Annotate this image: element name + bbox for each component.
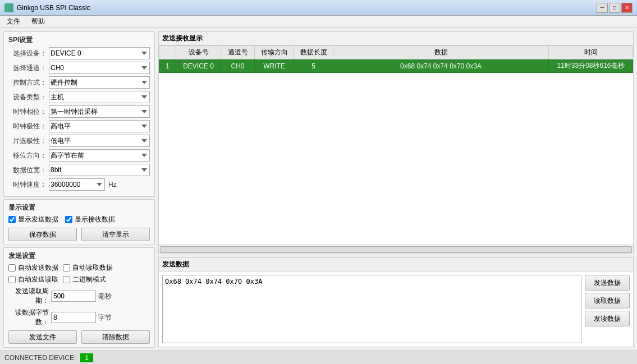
clear-display-button[interactable]: 清空显示 [81, 228, 150, 241]
auto-send-read-checkbox[interactable]: 自动发送读取 [8, 275, 58, 284]
scrollbar-track[interactable] [160, 246, 632, 253]
auto-send-label: 自动发送数据 [18, 263, 58, 273]
clock-phase-select[interactable]: 第一时钟沿采样 [49, 105, 150, 118]
cs-polarity-select[interactable]: 低电平 [49, 135, 150, 147]
binary-mode-input[interactable] [63, 276, 70, 283]
titlebar: Ginkgo USB SPI Classic ─ □ ✕ [0, 0, 637, 16]
clock-speed-select[interactable]: 36000000 [49, 178, 105, 191]
col-header-direction: 传输方向 [255, 46, 294, 59]
hz-label: Hz [108, 181, 117, 188]
table-cell: CH0 [221, 59, 255, 73]
display-checkbox-row: 显示发送数据 显示接收数据 [8, 215, 150, 224]
save-data-button[interactable]: 保存数据 [8, 228, 77, 241]
send-file-button[interactable]: 发送文件 [8, 330, 77, 344]
device-row: 选择设备： DEVICE 0 [8, 47, 150, 59]
send-data-content: 0x68 0x74 0x74 0x70 0x3A 发送数据 读取数据 发读数据 [159, 271, 633, 347]
send-data-textarea[interactable]: 0x68 0x74 0x74 0x70 0x3A [162, 275, 581, 343]
clock-polarity-label: 时钟极性： [8, 122, 47, 131]
period-row: 发送读取周期： 毫秒 [8, 287, 150, 306]
byte-count-input[interactable] [51, 312, 96, 323]
connected-value: 1 [80, 353, 93, 362]
auto-send-read-input[interactable] [8, 276, 16, 283]
display-settings-group: 显示设置 显示发送数据 显示接收数据 保存数据 清空显示 [3, 199, 155, 245]
auto-check-row2: 自动发送读取 二进制模式 [8, 275, 150, 284]
col-header-channel: 通道号 [221, 46, 255, 59]
display-button-row: 保存数据 清空显示 [8, 228, 150, 241]
auto-send-input[interactable] [8, 264, 16, 271]
shift-dir-select[interactable]: 高字节在前 [49, 149, 150, 162]
device-type-label: 设备类型： [8, 93, 47, 102]
send-settings-group: 发送设置 自动发送数据 自动读取数据 自动发送读取 二进制模式 [3, 247, 155, 348]
table-cell: 1 [159, 59, 176, 73]
data-width-select[interactable]: 8bit [49, 164, 150, 176]
clock-speed-label: 时钟速度： [8, 180, 47, 190]
auto-read-input[interactable] [63, 264, 70, 271]
auto-send-checkbox[interactable]: 自动发送数据 [8, 263, 58, 273]
col-header-data: 数据 [333, 46, 549, 59]
receive-table-container[interactable]: 设备号 通道号 传输方向 数据长度 数据 时间 1DEVICE 0CH0WRIT… [159, 45, 633, 245]
channel-label: 选择通道： [8, 63, 47, 73]
auto-send-read-label: 自动发送读取 [18, 275, 58, 284]
table-cell: DEVICE 0 [176, 59, 221, 73]
receive-table: 设备号 通道号 传输方向 数据长度 数据 时间 1DEVICE 0CH0WRIT… [159, 45, 633, 73]
binary-mode-checkbox[interactable]: 二进制模式 [63, 275, 106, 284]
window-controls: ─ □ ✕ [597, 3, 633, 13]
show-send-input[interactable] [8, 216, 16, 223]
control-row: 控制方式： 硬件控制 [8, 76, 150, 89]
clock-phase-label: 时钟相位： [8, 107, 47, 117]
table-cell: 5 [294, 59, 333, 73]
control-select[interactable]: 硬件控制 [49, 76, 150, 89]
clock-phase-row: 时钟相位： 第一时钟沿采样 [8, 105, 150, 118]
send-file-button-row: 发送文件 清除数据 [8, 330, 150, 344]
col-header-index [159, 46, 176, 59]
clear-data-button[interactable]: 清除数据 [81, 330, 150, 344]
clock-polarity-select[interactable]: 高电平 [49, 120, 150, 132]
col-header-device: 设备号 [176, 46, 221, 59]
receive-display-header: 发送接收显示 [159, 32, 633, 45]
show-send-checkbox[interactable]: 显示发送数据 [8, 215, 58, 224]
display-settings-title: 显示设置 [8, 203, 150, 213]
spi-settings-group: SPI设置 选择设备： DEVICE 0 选择通道： CH0 控制方式： 硬件控… [3, 31, 155, 197]
close-button[interactable]: ✕ [621, 3, 633, 13]
send-data-box: 发送数据 0x68 0x74 0x74 0x70 0x3A 发送数据 读取数据 … [158, 257, 634, 347]
menu-file[interactable]: 文件 [2, 16, 25, 27]
spi-settings-title: SPI设置 [8, 35, 150, 45]
maximize-button[interactable]: □ [609, 3, 620, 13]
byte-count-row: 读数据字节数： 字节 [8, 308, 150, 327]
period-input[interactable] [51, 291, 96, 302]
statusbar: CONNECTED DEVICE: 1 [0, 351, 637, 364]
window-title: Ginkgo USB SPI Classic [17, 4, 90, 12]
right-panel: 发送接收显示 设备号 通道号 传输方向 数据长度 数据 时间 [158, 31, 634, 347]
channel-row: 选择通道： CH0 [8, 62, 150, 74]
minimize-button[interactable]: ─ [597, 3, 608, 13]
clock-speed-row: 时钟速度： 36000000 Hz [8, 178, 150, 191]
auto-read-checkbox[interactable]: 自动读取数据 [63, 263, 113, 273]
receive-display-box: 发送接收显示 设备号 通道号 传输方向 数据长度 数据 时间 [158, 31, 634, 254]
menubar: 文件 帮助 [0, 16, 637, 28]
cs-polarity-label: 片选极性： [8, 136, 47, 146]
send-textarea-area: 0x68 0x74 0x74 0x70 0x3A [162, 275, 581, 343]
channel-select[interactable]: CH0 [49, 62, 150, 74]
read-send-button[interactable]: 发读数据 [585, 311, 630, 326]
device-select[interactable]: DEVICE 0 [49, 47, 150, 59]
control-label: 控制方式： [8, 78, 47, 87]
read-data-button[interactable]: 读取数据 [585, 293, 630, 308]
byte-count-label: 读数据字节数： [8, 308, 49, 327]
horizontal-scrollbar[interactable] [159, 245, 633, 254]
table-cell: WRITE [255, 59, 294, 73]
cs-polarity-row: 片选极性： 低电平 [8, 135, 150, 147]
col-header-length: 数据长度 [294, 46, 333, 59]
show-recv-checkbox[interactable]: 显示接收数据 [65, 215, 115, 224]
menu-help[interactable]: 帮助 [27, 16, 49, 27]
show-send-label: 显示发送数据 [18, 215, 58, 224]
connected-label: CONNECTED DEVICE: [4, 354, 76, 362]
send-data-header: 发送数据 [159, 258, 633, 271]
shift-dir-row: 移位方向： 高字节在前 [8, 149, 150, 162]
show-recv-input[interactable] [65, 216, 72, 223]
period-unit: 毫秒 [98, 292, 112, 301]
device-type-select[interactable]: 主机 [49, 91, 150, 103]
send-data-button[interactable]: 发送数据 [585, 275, 630, 291]
device-type-row: 设备类型： 主机 [8, 91, 150, 103]
binary-mode-label: 二进制模式 [72, 275, 106, 284]
period-label: 发送读取周期： [8, 287, 49, 306]
